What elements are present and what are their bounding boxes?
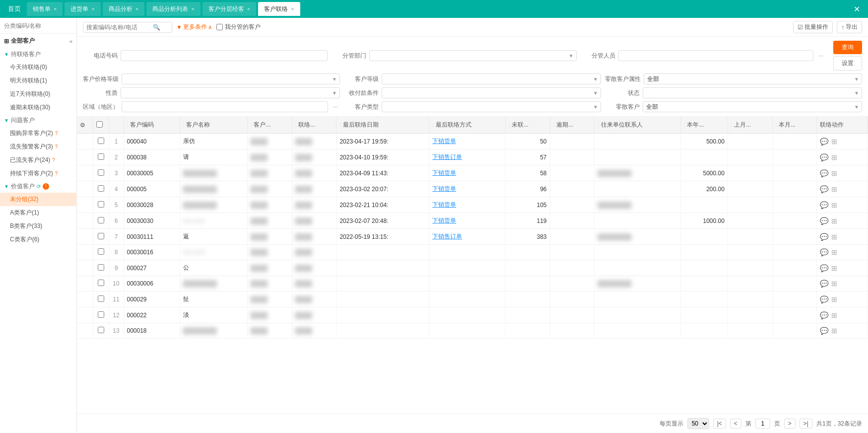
sidebar-item-declining[interactable]: 持续下滑客户(2) ? (0, 167, 76, 180)
message-icon[interactable]: 💬 (820, 280, 828, 288)
grid-action-icon[interactable]: ⊞ (831, 201, 837, 209)
more-options-icon[interactable]: ··· (816, 52, 825, 59)
pending-contact-group[interactable]: ▼ 待联络客户 (0, 48, 76, 61)
retail-attr-select[interactable]: 全部 (644, 73, 862, 84)
sidebar-item-tomorrow[interactable]: 明天待联络(1) (0, 74, 76, 87)
check-col-header[interactable] (93, 117, 109, 134)
grid-action-icon[interactable]: ⊞ (831, 264, 837, 272)
last-page-btn[interactable]: >| (800, 419, 812, 429)
method-link[interactable]: 下销货单 (432, 169, 456, 176)
row-checkbox[interactable] (98, 311, 104, 318)
message-icon[interactable]: 💬 (820, 138, 828, 145)
grid-action-icon[interactable]: ⊞ (831, 311, 837, 319)
message-icon[interactable]: 💬 (820, 311, 828, 319)
first-page-btn[interactable]: |< (713, 419, 726, 429)
more-options-icon[interactable]: ··· (331, 103, 340, 110)
grid-action-icon[interactable]: ⊞ (831, 280, 837, 288)
batch-ops-btn[interactable]: ☑ 批量操作 (793, 21, 833, 33)
phone-input[interactable] (121, 50, 328, 61)
dept-select[interactable] (369, 50, 576, 61)
grid-action-icon[interactable]: ⊞ (831, 185, 837, 193)
sidebar-item-7days[interactable]: 近7天待联络(0) (0, 87, 76, 101)
method-link[interactable]: 下销货单 (432, 138, 456, 144)
sidebar-item-class-c[interactable]: C类客户(6) (0, 233, 76, 246)
customer-level-select[interactable] (382, 73, 601, 84)
message-icon[interactable]: 💬 (820, 327, 828, 335)
row-checkbox[interactable] (98, 233, 104, 239)
row-checkbox[interactable] (98, 153, 104, 160)
code-col-header[interactable]: :客户编码 (124, 117, 180, 134)
row-checkbox[interactable] (98, 217, 104, 223)
overdue-col-header[interactable]: :逾期... (550, 117, 595, 134)
nav-tab-customer-tier[interactable]: 客户分层经客 × (202, 2, 256, 16)
reset-button[interactable]: 设置 (833, 56, 862, 71)
sidebar-item-overdue[interactable]: 逾期未联络(30) (0, 101, 76, 114)
row-checkbox[interactable] (98, 169, 104, 176)
row-checkbox[interactable] (98, 327, 104, 333)
select-all-checkbox[interactable] (96, 121, 103, 128)
row-checkbox[interactable] (98, 201, 104, 208)
sidebar-item-ungrouped[interactable]: 未分组(32) (0, 193, 76, 206)
last-method-col-header[interactable]: :最后联络方式 (429, 117, 506, 134)
type-col-header[interactable]: :客户... (247, 117, 292, 134)
per-page-select[interactable]: 50 (687, 418, 709, 429)
nav-tab-analysis[interactable]: 商品分析 × (103, 2, 144, 16)
grid-action-icon[interactable]: ⊞ (831, 327, 837, 335)
nature-select[interactable] (121, 87, 340, 98)
message-icon[interactable]: 💬 (820, 264, 828, 272)
method-link[interactable]: 下销货单 (432, 201, 456, 208)
grid-action-icon[interactable]: ⊞ (831, 217, 837, 225)
close-icon[interactable]: × (247, 6, 250, 12)
this-month-col-header[interactable]: :本月... (772, 117, 817, 134)
this-year-col-header[interactable]: :本年... (681, 117, 728, 134)
message-icon[interactable]: 💬 (820, 153, 828, 161)
grid-action-icon[interactable]: ⊞ (831, 169, 837, 177)
row-checkbox[interactable] (98, 138, 104, 144)
close-icon[interactable]: × (191, 6, 194, 12)
query-button[interactable]: 查询 (833, 41, 862, 54)
row-checkbox[interactable] (98, 264, 104, 271)
method-link[interactable]: 下销售订单 (432, 233, 462, 240)
manager-input[interactable] (618, 50, 813, 61)
method-link[interactable]: 下销货单 (432, 185, 456, 192)
settings-col-header[interactable]: ⚙ (77, 117, 93, 134)
my-customers-checkbox[interactable] (216, 24, 223, 30)
method-link[interactable]: 下销售订单 (432, 153, 462, 160)
no-contact-col-header[interactable]: :未联... (505, 117, 550, 134)
problem-customer-group[interactable]: ▼ 问题客户 (0, 114, 76, 127)
payment-select[interactable] (382, 87, 601, 98)
message-icon[interactable]: 💬 (820, 233, 828, 241)
home-tab[interactable]: 首页 (4, 4, 25, 13)
page-number-input[interactable] (755, 419, 770, 429)
sidebar-item-class-b[interactable]: B类客户(33) (0, 219, 76, 233)
message-icon[interactable]: 💬 (820, 295, 828, 303)
message-icon[interactable]: 💬 (820, 169, 828, 177)
retail-customer-select[interactable]: 全部 (643, 101, 862, 112)
close-icon[interactable]: × (54, 6, 57, 12)
sidebar-item-class-a[interactable]: A类客户(1) (0, 206, 76, 219)
method-link[interactable]: 下销货单 (432, 217, 456, 224)
message-icon[interactable]: 💬 (820, 248, 828, 256)
contacts-col-header[interactable]: :往来单位联系人 (595, 117, 681, 134)
all-customers-title[interactable]: ⊞ 全部客户 « (0, 34, 76, 48)
customer-type-select[interactable] (382, 101, 601, 112)
last-month-col-header[interactable]: :上月... (728, 117, 772, 134)
contact-col-header[interactable]: :联络... (292, 117, 336, 134)
nav-tab-purchase[interactable]: 进货单 × (65, 2, 100, 16)
close-icon[interactable]: × (135, 6, 138, 12)
close-icon[interactable]: × (91, 6, 94, 12)
row-checkbox[interactable] (98, 185, 104, 192)
export-btn[interactable]: ↑ 导出 (837, 21, 862, 33)
close-icon[interactable]: × (291, 6, 294, 12)
nav-tab-analysis-list[interactable]: 商品分析列表 × (146, 2, 200, 16)
sidebar-item-churn-warning[interactable]: 流失预警客户(3) ? (0, 140, 76, 153)
sidebar-item-churned[interactable]: 已流失客户(24) ? (0, 153, 76, 167)
row-checkbox[interactable] (98, 295, 104, 302)
sidebar-item-abnormal[interactable]: 囤购异常客户(2) ? (0, 127, 76, 140)
grid-action-icon[interactable]: ⊞ (831, 295, 837, 303)
row-checkbox[interactable] (98, 280, 104, 286)
row-checkbox[interactable] (98, 248, 104, 255)
name-col-header[interactable]: :客户名称 (180, 117, 247, 134)
message-icon[interactable]: 💬 (820, 217, 828, 225)
nav-tab-sales[interactable]: 销售单 × (27, 2, 63, 16)
